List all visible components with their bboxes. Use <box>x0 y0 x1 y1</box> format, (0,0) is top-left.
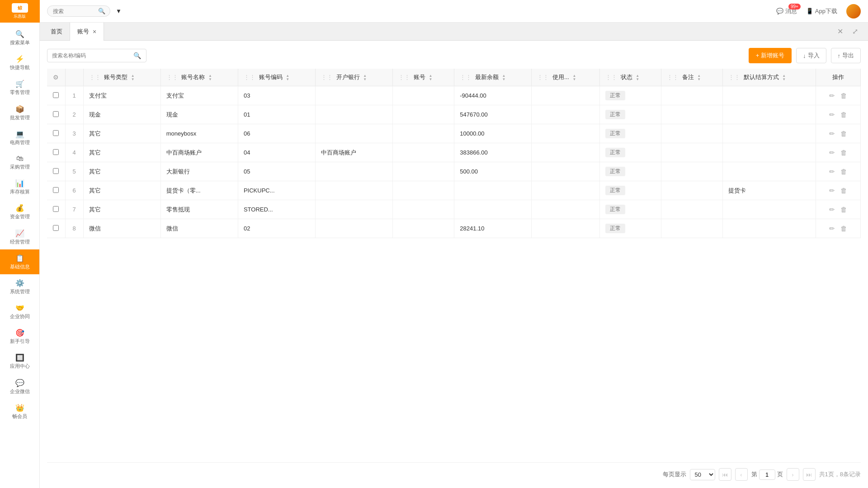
tab-close-btn[interactable]: × <box>93 28 96 35</box>
sort-status-icon[interactable]: ▲▼ <box>636 74 639 81</box>
edit-btn[interactable]: ✏ <box>829 130 835 137</box>
sidebar-item-retail-mgmt[interactable]: 🛒 零售管理 <box>0 75 39 100</box>
row-check-input[interactable] <box>53 225 59 231</box>
row-checkbox[interactable] <box>47 124 65 143</box>
col-default-pay[interactable]: ⋮⋮ 默认结算方式 ▲▼ <box>722 69 816 86</box>
delete-btn[interactable]: 🗑 <box>840 111 847 118</box>
row-checkbox[interactable] <box>47 200 65 219</box>
sort-balance-icon[interactable]: ▲▼ <box>502 74 505 81</box>
sidebar-item-enterprise-wechat[interactable]: 💬 企业微信 <box>0 374 39 399</box>
sidebar-item-ops-mgmt[interactable]: 📈 经营管理 <box>0 225 39 249</box>
sidebar-item-app-center[interactable]: 🔲 应用中心 <box>0 349 39 374</box>
row-check-input[interactable] <box>53 130 59 136</box>
settings-icon[interactable]: ⚙ <box>53 74 59 81</box>
delete-btn[interactable]: 🗑 <box>840 149 847 156</box>
row-check-input[interactable] <box>53 149 59 155</box>
tab-home[interactable]: 首页 <box>43 23 70 41</box>
sidebar-item-sys-mgmt[interactable]: ⚙️ 系统管理 <box>0 274 39 299</box>
edit-btn[interactable]: ✏ <box>829 168 835 175</box>
topbar-app-btn[interactable]: 📱 App下载 <box>806 7 837 15</box>
delete-btn[interactable]: 🗑 <box>840 130 847 137</box>
col-remark[interactable]: ⋮⋮ 备注 ▲▼ <box>661 69 722 86</box>
col-settings[interactable]: ⚙ <box>47 69 65 86</box>
edit-btn[interactable]: ✏ <box>829 111 835 118</box>
sort-name-icon[interactable]: ▲▼ <box>208 74 212 81</box>
logo-sub: 乐惠版 <box>14 14 26 19</box>
sidebar-item-purchase-mgmt[interactable]: 🛍 采购管理 <box>0 150 39 174</box>
import-button[interactable]: ↓ 导入 <box>796 48 826 63</box>
topbar-dropdown[interactable]: ▼ <box>116 8 122 14</box>
edit-btn[interactable]: ✏ <box>829 187 835 194</box>
col-balance[interactable]: ⋮⋮ 最新余额 ▲▼ <box>454 69 532 86</box>
sidebar-item-enterprise-agreement[interactable]: 🤝 企业协同 <box>0 299 39 324</box>
page-first-btn[interactable]: ⏮ <box>719 468 731 481</box>
row-checkbox[interactable] <box>47 181 65 200</box>
delete-btn[interactable]: 🗑 <box>840 92 847 99</box>
search-input[interactable] <box>52 52 133 59</box>
col-type[interactable]: ⋮⋮ 账号类型 ▲▼ <box>83 69 160 86</box>
row-check-input[interactable] <box>53 187 59 193</box>
row-check-input[interactable] <box>53 206 59 212</box>
sidebar-item-capital-mgmt[interactable]: 💰 资金管理 <box>0 199 39 224</box>
sort-default-pay-icon[interactable]: ▲▼ <box>782 74 786 81</box>
col-bank[interactable]: ⋮⋮ 开户银行 ▲▼ <box>316 69 393 86</box>
tab-account[interactable]: 账号 × <box>70 23 104 41</box>
sidebar-item-quick-nav[interactable]: ⚡ 快捷导航 <box>0 50 39 75</box>
topbar-search-input[interactable] <box>53 8 98 14</box>
delete-btn[interactable]: 🗑 <box>840 225 847 232</box>
delete-btn[interactable]: 🗑 <box>840 168 847 175</box>
tab-close-all-btn[interactable]: ✕ <box>835 26 846 37</box>
row-num: 6 <box>65 181 83 200</box>
tab-expand-btn[interactable]: ⤢ <box>849 26 861 37</box>
edit-btn[interactable]: ✏ <box>829 149 835 156</box>
col-account[interactable]: ⋮⋮ 账号 ▲▼ <box>393 69 454 86</box>
topbar-avatar[interactable] <box>846 4 861 19</box>
search-box[interactable]: 🔍 <box>47 49 146 62</box>
sort-account-icon[interactable]: ▲▼ <box>429 74 433 81</box>
per-page-label: 每页显示 <box>663 470 686 479</box>
row-check-input[interactable] <box>53 111 59 117</box>
row-checkbox[interactable] <box>47 86 65 105</box>
sidebar-item-wholesale-mgmt[interactable]: 📦 批发管理 <box>0 100 39 125</box>
topbar-msg-btn[interactable]: 💬 消息 99+ <box>776 7 797 15</box>
delete-btn[interactable]: 🗑 <box>840 206 847 213</box>
row-checkbox[interactable] <box>47 162 65 181</box>
row-type: 微信 <box>83 219 160 238</box>
search-icon[interactable]: 🔍 <box>133 52 141 59</box>
edit-btn[interactable]: ✏ <box>829 225 835 232</box>
row-checkbox[interactable] <box>47 105 65 124</box>
sidebar-item-inventory-calc[interactable]: 📊 库存核算 <box>0 174 39 199</box>
page-number-input[interactable] <box>759 469 775 480</box>
page-next-btn[interactable]: › <box>787 468 799 481</box>
col-code[interactable]: ⋮⋮ 账号编码 ▲▼ <box>238 69 315 86</box>
row-check-input[interactable] <box>53 168 59 174</box>
sort-type-icon[interactable]: ▲▼ <box>131 74 135 81</box>
row-code: 04 <box>238 143 315 162</box>
sort-bank-icon[interactable]: ▲▼ <box>363 74 367 81</box>
row-account <box>393 181 454 200</box>
row-checkbox[interactable] <box>47 143 65 162</box>
edit-btn[interactable]: ✏ <box>829 206 835 213</box>
export-button[interactable]: ↑ 导出 <box>831 48 861 63</box>
sidebar-item-vip-member[interactable]: 👑 畅会员 <box>0 399 39 424</box>
per-page-select[interactable]: 50 20 100 <box>690 469 715 480</box>
sidebar-item-ecommerce-mgmt[interactable]: 💻 电商管理 <box>0 125 39 150</box>
page-prev-btn[interactable]: ‹ <box>735 468 748 481</box>
row-ops: ✏ 🗑 <box>816 143 861 162</box>
sidebar-item-basic-info[interactable]: 📋 基础信息 <box>0 249 39 274</box>
sidebar-item-new-guide[interactable]: 🎯 新手引导 <box>0 324 39 349</box>
sort-code-icon[interactable]: ▲▼ <box>286 74 289 81</box>
col-name[interactable]: ⋮⋮ 账号名称 ▲▼ <box>160 69 238 86</box>
col-usage[interactable]: ⋮⋮ 使用... ▲▼ <box>532 69 600 86</box>
delete-btn[interactable]: 🗑 <box>840 187 847 194</box>
row-check-input[interactable] <box>53 92 59 98</box>
row-checkbox[interactable] <box>47 219 65 238</box>
col-status[interactable]: ⋮⋮ 状态 ▲▼ <box>600 69 661 86</box>
sort-remark-icon[interactable]: ▲▼ <box>697 74 701 81</box>
edit-btn[interactable]: ✏ <box>829 92 835 99</box>
page-last-btn[interactable]: ⏭ <box>803 468 816 481</box>
add-account-button[interactable]: + 新增账号 <box>749 48 792 63</box>
topbar-search-box[interactable]: 🔍 <box>47 5 110 17</box>
sort-usage-icon[interactable]: ▲▼ <box>573 74 576 81</box>
sidebar-item-search-menu[interactable]: 🔍 搜索菜单 <box>0 25 39 50</box>
